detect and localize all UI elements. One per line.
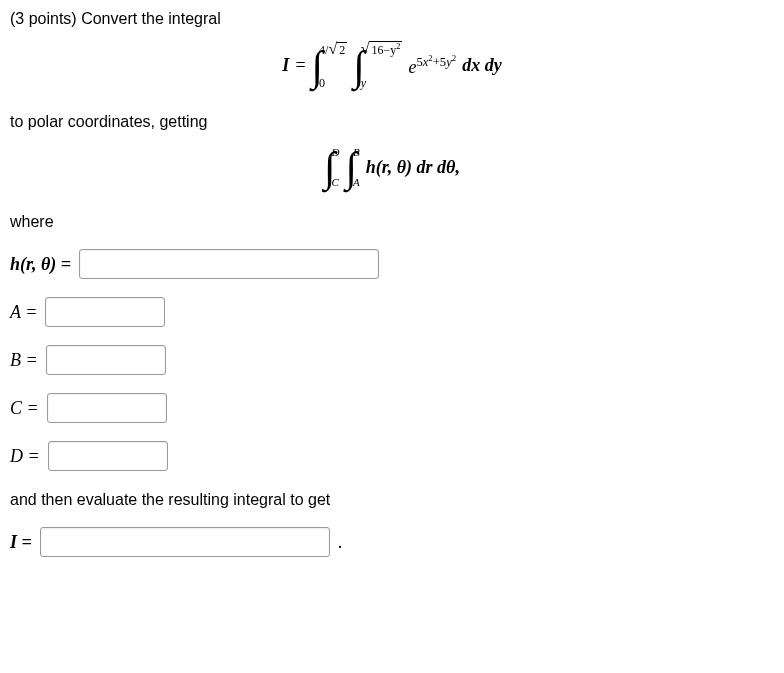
inner-upper-sqrt: 16−y2 [369,41,402,58]
polar-outer-integral: ∫ D C [324,143,339,191]
equation-original-integral: I = ∫ 4/√2 0 ∫ √16−y2 y e5x2+5y2 dx dy [10,40,774,91]
outer-upper-sqrt: 2 [337,42,347,58]
dx-dy: dx dy [462,55,502,76]
final-period: . [338,532,343,553]
text-where: where [10,213,774,231]
input-B[interactable] [46,345,166,375]
text-and-then: and then evaluate the resulting integral… [10,491,774,509]
label-C: C = [10,398,39,419]
text-to-polar: to polar coordinates, getting [10,113,774,131]
answer-row-A: A = [10,297,774,327]
answer-row-B: B = [10,345,774,375]
label-A: A = [10,302,37,323]
answer-row-C: C = [10,393,774,423]
input-C[interactable] [47,393,167,423]
input-I[interactable] [40,527,330,557]
answer-row-h: h(r, θ) = [10,249,774,279]
label-I: I = [10,532,32,553]
answer-row-I: I = . [10,527,774,557]
polar-integrand: h(r, θ) dr dθ, [366,157,460,178]
integrand-exponent: 5x2+5y2 [416,55,456,69]
input-A[interactable] [45,297,165,327]
label-h: h(r, θ) = [10,254,71,275]
input-h[interactable] [79,249,379,279]
problem-intro: (3 points) Convert the integral [10,10,774,28]
label-B: B = [10,350,38,371]
equation-lhs: I [282,55,289,76]
inner-integral: ∫ √16−y2 y [353,40,402,91]
outer-integral: ∫ 4/√2 0 [312,40,348,91]
polar-inner-integral: ∫ B A [346,143,360,191]
equation-polar-integral: ∫ D C ∫ B A h(r, θ) dr dθ, [10,143,774,191]
input-D[interactable] [48,441,168,471]
label-D: D = [10,446,40,467]
equals-sign: = [295,55,305,76]
integrand: e5x2+5y2 [408,53,456,78]
answer-row-D: D = [10,441,774,471]
